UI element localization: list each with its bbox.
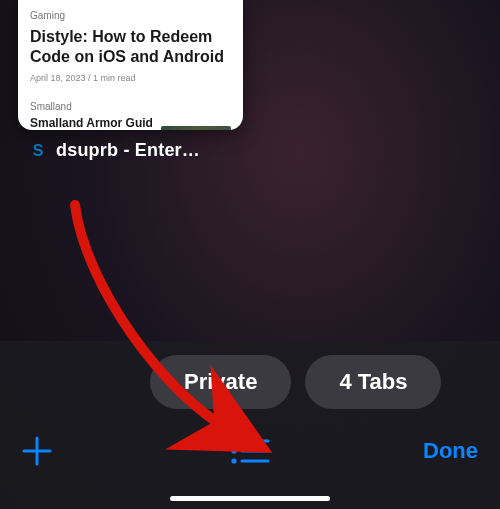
tab-label[interactable]: S dsuprb - Enter… [30,140,200,161]
bottom-toolbar: Private 4 Tabs Done [0,341,500,509]
new-tab-button[interactable] [20,434,54,468]
toolbar-buttons: Done [0,427,500,475]
favicon-icon: S [30,143,46,159]
svg-point-3 [231,448,236,453]
article-thumbnail [161,126,231,130]
article-title: Distyle: How to Redeem Code on iOS and A… [30,27,231,67]
article-category: Smalland [30,101,231,112]
tab-preview-content: Gaming Distyle: How to Redeem Code on iO… [18,0,243,130]
article-meta: April 18, 2023 / 1 min read [30,73,231,83]
tab-preview-card[interactable]: Gaming Distyle: How to Redeem Code on iO… [18,0,243,130]
home-indicator[interactable] [170,496,330,501]
tab-groups-button[interactable] [230,437,270,465]
tab-group-pills: Private 4 Tabs [150,355,500,409]
tab-group-private[interactable]: Private [150,355,291,409]
article-category: Gaming [30,10,231,21]
tab-title-text: dsuprb - Enter… [56,140,200,161]
svg-point-2 [231,438,236,443]
svg-point-4 [231,458,236,463]
tab-group-tabs[interactable]: 4 Tabs [305,355,441,409]
done-button[interactable]: Done [423,438,478,464]
plus-icon [20,434,54,468]
list-icon [230,437,270,465]
article-title: Smalland Armor Guide: All [30,116,153,130]
